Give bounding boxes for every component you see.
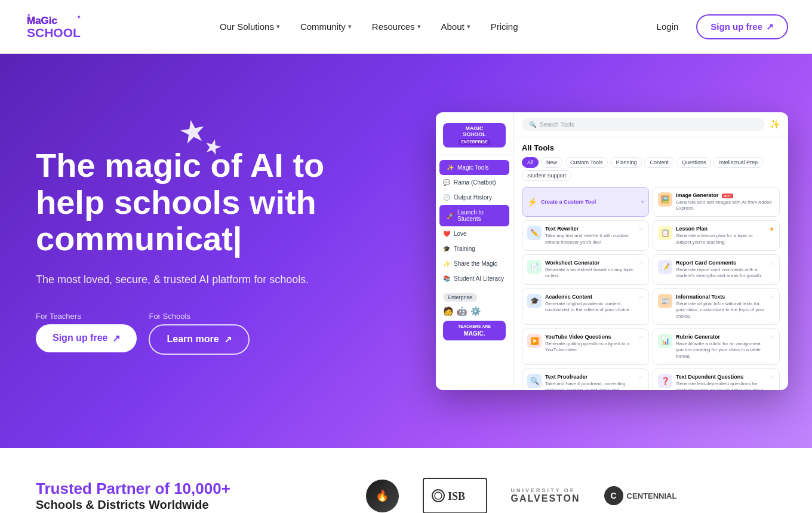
tool-rubric-generator[interactable]: 📊 Rubric Generator Have AI write a rubri… — [653, 328, 780, 365]
filter-custom-tools[interactable]: Custom Tools — [565, 157, 608, 168]
schools-cta-column: For Schools Learn more ↗ — [149, 312, 249, 355]
filter-all[interactable]: All — [522, 157, 539, 168]
tool-informational-texts[interactable]: 📰 Informational Texts Generate original … — [653, 288, 780, 325]
search-bar[interactable]: 🔍 Search Tools — [522, 118, 765, 131]
filter-content[interactable]: Content — [644, 157, 674, 168]
nav-pricing[interactable]: Pricing — [482, 17, 527, 36]
nav-pricing-label: Pricing — [491, 21, 518, 32]
teachers-magic-tag: TEACHERS AREMAGIC. — [436, 321, 513, 340]
hero-signup-button[interactable]: Sign up free ↗ — [36, 324, 137, 352]
image-gen-icon: 🖼️ — [658, 192, 672, 207]
logo-svg: MaGic SCHOOL MaGic ✦ ✦ — [24, 9, 90, 45]
teacher-cta-column: For Teachers Sign up free ↗ — [36, 312, 137, 355]
text-dep-questions-icon: ❓ — [658, 374, 672, 388]
rubric-gen-icon: 📊 — [658, 334, 672, 348]
tool-youtube-questions[interactable]: ▶️ YouTube Video Questions Generate guid… — [522, 328, 649, 365]
tool-text-dependent-questions[interactable]: ❓ Text Dependent Questions Generate text… — [653, 368, 780, 389]
nav-community[interactable]: Community ▾ — [292, 17, 360, 36]
arrow-icon: ↗ — [766, 21, 774, 32]
create-custom-label: Create a Custom Tool — [541, 199, 596, 205]
svg-text:MaGic: MaGic — [27, 14, 57, 26]
youtube-icon: ▶️ — [527, 334, 542, 348]
sidebar-item-magic-tools[interactable]: ✨ Magic Tools — [439, 160, 509, 175]
logo-link[interactable]: MaGic SCHOOL MaGic ✦ ✦ — [24, 9, 90, 45]
sidebar-item-output-history[interactable]: 🕐 Output History — [436, 190, 513, 205]
logo-kenosha: 🔥 — [366, 480, 399, 512]
nav-our-solutions[interactable]: Our Solutions ▾ — [211, 17, 288, 36]
sidebar-item-share-magic[interactable]: ✨ Share the Magic — [436, 256, 513, 271]
sidebar-item-raina[interactable]: 💬 Raina (Chatbot) — [436, 175, 513, 190]
create-custom-tool-button[interactable]: ⚡ Create a Custom Tool › — [522, 187, 649, 217]
svg-text:✦: ✦ — [27, 12, 31, 17]
tool-report-card[interactable]: 📝 Report Card Comments Generate report c… — [653, 254, 780, 285]
nav-actions: Login Sign up free ↗ — [648, 14, 788, 39]
nav-community-label: Community — [300, 21, 346, 32]
filter-intellectual-prep[interactable]: Intellectual Prep — [713, 157, 763, 168]
history-icon: 🕐 — [443, 194, 450, 201]
search-icon: 🔍 — [529, 121, 536, 128]
app-tools-content: All Tools All New Custom Tools Planning … — [513, 137, 788, 390]
arrow-right-icon: › — [642, 198, 644, 205]
sparkle-icon: ✨ — [770, 119, 780, 129]
worksheet-gen-icon: 📄 — [527, 260, 542, 274]
app-logo-small: MAGIC SCHOOL ENTERPRISE — [443, 123, 506, 148]
logo-galveston: UNIVERSITY OF GALVESTON — [511, 487, 580, 504]
love-icon: ❤️ — [443, 231, 450, 237]
hero-content: The magic of AI to help schools with com… — [36, 147, 394, 355]
tool-lesson-plan[interactable]: 📋 Lesson Plan Generate a lesson plan for… — [653, 220, 780, 251]
star-icon: ☆ — [769, 334, 774, 340]
hero-title: The magic of AI to help schools with com… — [36, 147, 394, 257]
enterprise-badge: Enterprise — [443, 293, 477, 302]
nav-about-label: About — [441, 21, 465, 32]
star-icon: ☆ — [638, 334, 644, 340]
svg-text:SCHOOL: SCHOOL — [27, 25, 81, 39]
tool-worksheet-generator[interactable]: 📄 Worksheet Generator Generate a workshe… — [522, 254, 649, 285]
star-icon: ☆ — [769, 294, 774, 300]
app-sidebar-logo: MAGIC SCHOOL ENTERPRISE — [436, 119, 513, 156]
hero-decoration: ★★ — [179, 113, 225, 149]
signup-button[interactable]: Sign up free ↗ — [696, 14, 788, 39]
sidebar-item-launch-students[interactable]: 🚀 Launch to Students — [439, 205, 509, 226]
for-teachers-label: For Teachers — [36, 312, 137, 321]
login-button[interactable]: Login — [648, 17, 687, 36]
informational-texts-icon: 📰 — [658, 294, 672, 308]
tool-text-rewriter[interactable]: ✏️ Text Rewriter Take any text and rewri… — [522, 220, 649, 251]
filter-student-support[interactable]: Student Support — [522, 170, 571, 181]
nav-links: Our Solutions ▾ Community ▾ Resources ▾ … — [211, 17, 527, 36]
filter-planning[interactable]: Planning — [610, 157, 642, 168]
filter-new[interactable]: New — [541, 157, 562, 168]
chevron-down-icon: ▾ — [348, 23, 352, 30]
app-mockup: MAGIC SCHOOL ENTERPRISE ✨ Magic Tools 💬 … — [436, 112, 788, 390]
trusted-text: Trusted Partner of 10,000+ Schools & Dis… — [36, 480, 230, 512]
star-icon: ☆ — [638, 226, 644, 232]
sidebar-item-love[interactable]: ❤️ Love — [436, 226, 513, 241]
sidebar-item-training[interactable]: 🎓 Training — [436, 241, 513, 256]
tool-text-proofreader[interactable]: 🔍 Text Proofreader Take and have it proo… — [522, 368, 649, 389]
logo-centennial: C CENTENNIAL — [604, 486, 677, 505]
tools-grid: ⚡ Create a Custom Tool › 🖼️ Image Genera… — [522, 187, 780, 390]
tool-academic-content[interactable]: 🎓 Academic Content Generate original aca… — [522, 288, 649, 325]
chevron-down-icon: ▾ — [467, 23, 470, 30]
trusted-title: Trusted Partner of 10,000+ — [36, 480, 230, 498]
nav-resources[interactable]: Resources ▾ — [364, 17, 429, 36]
nav-about[interactable]: About ▾ — [433, 17, 479, 36]
chevron-down-icon: ▾ — [276, 23, 280, 30]
isb-svg: ISB — [431, 484, 479, 508]
hero-learn-more-button[interactable]: Learn more ↗ — [149, 324, 249, 355]
arrow-icon: ↗ — [224, 334, 232, 345]
filter-tabs: All New Custom Tools Planning Content Qu… — [522, 157, 780, 181]
star-filled-icon: ★ — [769, 226, 774, 232]
svg-point-6 — [435, 492, 442, 499]
tool-image-generator[interactable]: 🖼️ Image Generator HOT Generate and edit… — [653, 187, 780, 217]
star-icon: ☆ — [638, 260, 644, 266]
filter-questions[interactable]: Questions — [676, 157, 712, 168]
star-icon: ☆ — [638, 294, 644, 300]
hero-screenshot: MAGIC SCHOOL ENTERPRISE ✨ Magic Tools 💬 … — [406, 112, 788, 390]
share-icon: ✨ — [443, 260, 450, 267]
kenosha-logo-circle: 🔥 — [366, 480, 399, 512]
report-card-icon: 📝 — [658, 260, 672, 274]
logo-isb: ISB — [423, 478, 487, 513]
star-icon: ☆ — [769, 374, 774, 380]
hero-section: ★★ The magic of AI to help schools with … — [0, 54, 812, 448]
sidebar-item-student-ai[interactable]: 📚 Student AI Literacy — [436, 271, 513, 286]
